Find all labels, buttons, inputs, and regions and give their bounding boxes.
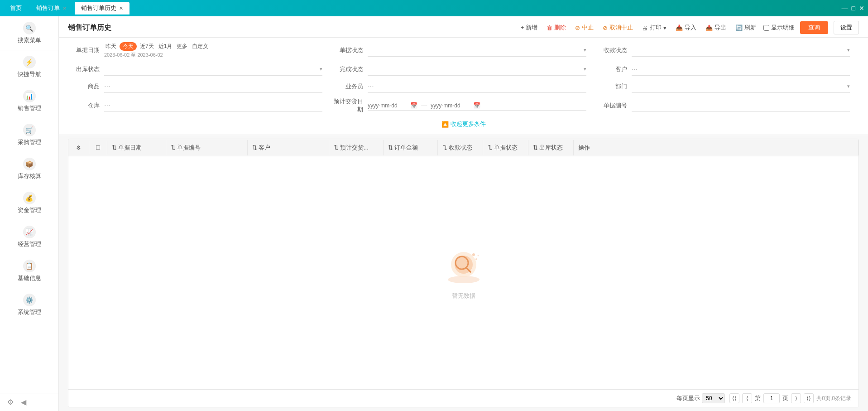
page-size-selector: 每页显示 50 10 20 100: [676, 393, 725, 403]
sidebar-item-search[interactable]: 🔍 搜索菜单: [0, 16, 58, 50]
filter-area: 单据日期 昨天 今天 近7天 近1月 更多 自定义 2023-06-02 至 2…: [59, 38, 868, 135]
date-tag-yesterday[interactable]: 昨天: [104, 42, 118, 51]
print-button[interactable]: 🖨 打印 ▾: [640, 23, 668, 33]
finance-icon: 💰: [23, 192, 36, 204]
sidebar-item-basic-info[interactable]: 📋 基础信息: [0, 254, 58, 288]
order-status-field[interactable]: ▾: [368, 44, 586, 57]
sidebar-item-search-label: 搜索菜单: [18, 36, 41, 44]
query-button[interactable]: 查询: [800, 21, 828, 34]
sidebar-item-quick-nav[interactable]: ⚡ 快捷导航: [0, 50, 58, 84]
sidebar-collapse-icon[interactable]: ◀: [21, 398, 26, 406]
date-tag-today[interactable]: 今天: [120, 42, 137, 51]
order-no-field[interactable]: [632, 99, 850, 112]
print-icon: 🖨: [642, 24, 648, 31]
complete-dropdown-icon: ▾: [584, 66, 586, 72]
date-tag-custom[interactable]: 自定义: [191, 42, 210, 51]
tab-sales-order[interactable]: 销售订单 ✕: [30, 2, 73, 15]
system-icon: ⚙️: [23, 294, 36, 306]
sidebar-item-finance[interactable]: 💰 资金管理: [0, 186, 58, 220]
setting-button[interactable]: 设置: [834, 21, 859, 34]
last-page-btn[interactable]: ⟩⟩: [804, 393, 814, 403]
th-date[interactable]: ⇅ 单据日期: [107, 140, 166, 155]
tab-sales-order-label: 销售订单: [36, 4, 60, 12]
filter-row-4: 仓库 ··· 预计交货日期 📅 — 📅 单据编号: [68, 97, 859, 114]
th-order[interactable]: ⇅ 单据编号: [166, 140, 248, 155]
export-button[interactable]: 📤 导出: [704, 23, 728, 33]
import-icon: 📥: [676, 24, 683, 31]
cancel-stop-button[interactable]: ⊘ 取消中止: [601, 23, 635, 33]
next-page-btn[interactable]: ⟩: [791, 393, 801, 403]
sidebar-item-inventory-label: 库存核算: [18, 172, 41, 180]
th-check[interactable]: ☐: [89, 141, 107, 155]
tab-sales-order-history[interactable]: 销售订单历史 ✕: [75, 2, 129, 15]
goods-label: 商品: [68, 82, 104, 91]
expected-date-end[interactable]: [431, 102, 471, 109]
sidebar-settings-icon[interactable]: ⚙: [7, 398, 14, 406]
complete-field[interactable]: ▾: [368, 63, 586, 76]
salesperson-field[interactable]: ···: [368, 80, 586, 93]
expected-date-start[interactable]: [368, 102, 408, 109]
stop-button[interactable]: ⊘ 中止: [573, 23, 595, 33]
goods-field[interactable]: ···: [104, 80, 322, 93]
cancel-stop-icon: ⊘: [603, 24, 608, 31]
delete-label: 删除: [554, 24, 566, 32]
cancel-stop-label: 取消中止: [609, 24, 633, 32]
first-page-btn[interactable]: ⟨⟨: [729, 393, 739, 403]
sidebar-item-sales[interactable]: 📊 销售管理: [0, 84, 58, 118]
payment-status-field[interactable]: ▾: [632, 44, 850, 57]
th-customer[interactable]: ⇅ 客户: [248, 140, 329, 155]
cal-end-icon[interactable]: 📅: [473, 102, 480, 109]
sidebar-item-operations-label: 经营管理: [18, 240, 41, 248]
maximize-icon[interactable]: □: [852, 5, 855, 12]
sidebar-item-quick-nav-label: 快捷导航: [18, 70, 41, 78]
customer-ellipsis-icon: ···: [632, 65, 638, 73]
th-gear[interactable]: ⚙: [68, 141, 89, 155]
filter-row-1: 单据日期 昨天 今天 近7天 近1月 更多 自定义 2023-06-02 至 2…: [68, 42, 859, 58]
warehouse-field[interactable]: ···: [104, 99, 322, 112]
page-input[interactable]: [763, 393, 780, 403]
collapse-bar[interactable]: 🔼 收起更多条件: [68, 118, 859, 130]
sidebar-item-inventory[interactable]: 📦 库存核算: [0, 152, 58, 186]
date-tag-7days[interactable]: 近7天: [139, 42, 155, 51]
page-size-select[interactable]: 50 10 20 100: [702, 393, 725, 403]
close-sales-order-tab[interactable]: ✕: [62, 5, 67, 11]
th-date-sort-icon: ⇅: [112, 144, 117, 151]
cal-start-icon[interactable]: 📅: [410, 102, 417, 109]
date-filter: 昨天 今天 近7天 近1月 更多 自定义 2023-06-02 至 2023-0…: [104, 42, 322, 58]
minimize-icon[interactable]: —: [842, 5, 848, 12]
delete-button[interactable]: 🗑 删除: [545, 23, 568, 33]
sidebar-item-operations[interactable]: 📈 经营管理: [0, 220, 58, 254]
th-pay-sort-icon: ⇅: [442, 144, 447, 151]
th-delivery[interactable]: ⇅ 预计交货...: [329, 140, 384, 155]
th-pay-status[interactable]: ⇅ 收款状态: [438, 140, 483, 155]
stock-out-field[interactable]: ▾: [104, 63, 322, 76]
empty-text: 暂无数据: [452, 292, 475, 300]
date-tag-1month[interactable]: 近1月: [157, 42, 174, 51]
date-tag-more[interactable]: 更多: [175, 42, 189, 51]
th-action-label: 操作: [578, 144, 590, 152]
page-label: 页: [782, 394, 788, 402]
close-history-tab[interactable]: ✕: [119, 5, 123, 11]
expected-date-label: 预计交货日期: [331, 97, 368, 114]
export-icon: 📤: [705, 24, 713, 31]
import-button[interactable]: 📥 导入: [674, 23, 698, 33]
sidebar: 🔍 搜索菜单 ⚡ 快捷导航 📊 销售管理 🛒 采购管理 📦 库存核算 💰 资金管…: [0, 16, 59, 411]
dept-field[interactable]: ▾: [632, 80, 850, 93]
th-stock-status[interactable]: ⇅ 出库状态: [528, 140, 574, 155]
sidebar-item-system[interactable]: ⚙️ 系统管理: [0, 288, 58, 322]
salesperson-label: 业务员: [331, 82, 368, 91]
tab-home[interactable]: 首页: [4, 2, 28, 15]
toolbar: + 新增 🗑 删除 ⊘ 中止 ⊘ 取消中止 🖨 打印 ▾: [519, 21, 859, 34]
display-toggle-checkbox[interactable]: [763, 25, 769, 31]
total-records: 共0页,0条记录: [816, 395, 851, 402]
refresh-button[interactable]: 🔄 刷新: [734, 23, 758, 33]
new-button[interactable]: + 新增: [519, 23, 539, 33]
close-window-icon[interactable]: ✕: [859, 5, 864, 12]
display-toggle[interactable]: 显示明细: [763, 24, 795, 32]
prev-page-btn[interactable]: ⟨: [742, 393, 752, 403]
th-amount[interactable]: ⇅ 订单金额: [384, 140, 438, 155]
customer-field[interactable]: ···: [632, 63, 850, 76]
sidebar-item-basic-info-label: 基础信息: [18, 274, 41, 282]
th-order-status[interactable]: ⇅ 单据状态: [483, 140, 528, 155]
sidebar-item-purchase[interactable]: 🛒 采购管理: [0, 118, 58, 152]
